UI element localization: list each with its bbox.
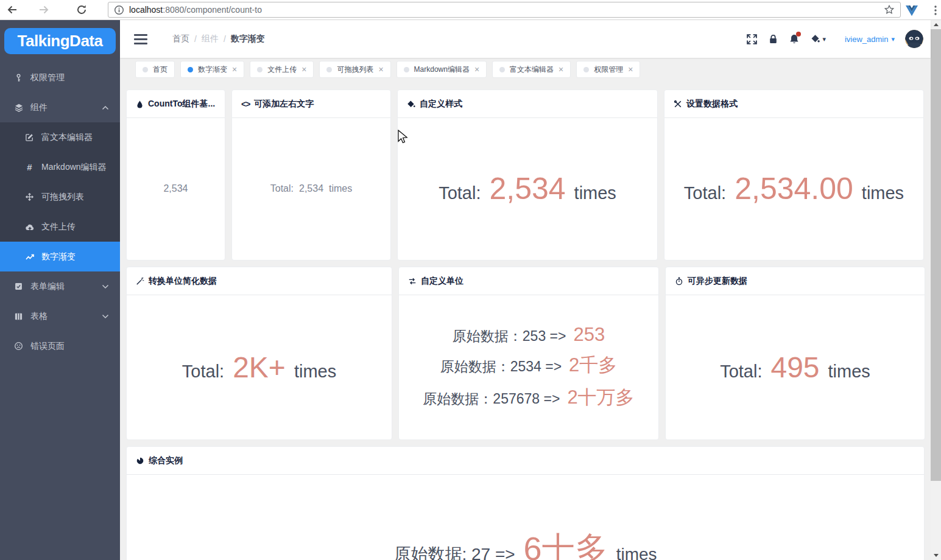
browser-menu-icon[interactable]: [930, 4, 941, 16]
card-countto-async: 可异步更新数据 Total: 495 times: [665, 267, 925, 440]
card-title: 自定义样式: [420, 99, 462, 110]
breadcrumb-separator: /: [224, 34, 226, 44]
lock-icon[interactable]: [768, 33, 778, 44]
sidebar-item-label: 数字渐变: [41, 251, 76, 262]
browser-forward-button[interactable]: [38, 4, 50, 16]
sidebar-item-components[interactable]: 组件: [0, 93, 120, 122]
card-countto-format: 设置数据格式 Total: 2,534.00 times: [664, 89, 924, 261]
tag-rich-text-editor[interactable]: 富文本编辑器 ×: [492, 61, 571, 78]
compose-icon: [24, 133, 35, 142]
scroll-down-arrow[interactable]: [931, 551, 941, 560]
card-header: 可异步更新数据: [666, 267, 925, 295]
browser-back-button[interactable]: [6, 4, 18, 16]
sidebar-item-draggable-list[interactable]: 可拖拽列表: [0, 182, 120, 212]
key-icon: [13, 73, 24, 83]
sidebar-item-form-editor[interactable]: 表单编辑: [0, 271, 120, 301]
frown-face-icon: [13, 341, 24, 351]
card-title: CountTo组件基...: [148, 99, 215, 110]
tag-draggable-list[interactable]: 可拖拽列表 ×: [319, 61, 390, 78]
close-icon[interactable]: ×: [474, 65, 479, 74]
chevron-down-icon: ▾: [822, 35, 826, 43]
checkbox-icon: [13, 282, 24, 291]
sidebar-item-permissions[interactable]: 权限管理: [0, 63, 120, 93]
raw-data-label: 原始数据：257678 =>: [423, 390, 560, 408]
theme-switcher[interactable]: ▾: [810, 34, 826, 44]
tag-home[interactable]: 首页: [135, 61, 175, 78]
paint-bucket-icon: [407, 100, 415, 108]
close-icon[interactable]: ×: [559, 65, 563, 74]
page-info-icon[interactable]: [114, 5, 124, 15]
breadcrumb: 首页 / 组件 / 数字渐变: [172, 33, 265, 44]
tag-count-to[interactable]: 数字渐变 ×: [180, 61, 244, 78]
sidebar-item-error-pages[interactable]: 错误页面: [0, 331, 120, 361]
tag-dot-icon: [143, 67, 148, 72]
notification-bell-icon[interactable]: [789, 33, 800, 45]
browser-reload-button[interactable]: [76, 4, 88, 16]
tag-label: 可拖拽列表: [337, 65, 373, 75]
count-prefix: Total:: [270, 183, 294, 194]
count-suffix: times: [616, 545, 657, 560]
card-header: 自定义样式: [398, 90, 657, 118]
sidebar-item-file-upload[interactable]: 文件上传: [0, 212, 120, 242]
close-icon[interactable]: ×: [628, 65, 633, 74]
chevron-down-icon: [102, 284, 109, 289]
close-icon[interactable]: ×: [301, 65, 306, 74]
sidebar-item-label: 表单编辑: [30, 281, 65, 292]
page-scrollbar[interactable]: [931, 20, 941, 560]
scroll-up-arrow[interactable]: [931, 20, 941, 29]
tag-permissions[interactable]: 权限管理 ×: [576, 61, 640, 78]
count-value: 2,534: [163, 183, 188, 194]
count-line: Total: 2,534.00 times: [684, 171, 904, 206]
sidebar-item-count-to[interactable]: 数字渐变: [0, 242, 120, 271]
converted-value: 2千多: [569, 352, 617, 378]
scrollbar-thumb[interactable]: [931, 29, 941, 481]
app-logo[interactable]: TalkingData: [4, 28, 116, 54]
tools-icon: [674, 100, 682, 108]
sidebar-item-tables[interactable]: 表格: [0, 301, 120, 331]
count-prefix: Total:: [720, 362, 762, 382]
count-value: 2,534: [299, 183, 323, 194]
breadcrumb-components[interactable]: 组件: [202, 33, 219, 44]
count-prefix: Total:: [439, 183, 481, 203]
chevron-down-icon: ▾: [891, 35, 895, 43]
user-menu[interactable]: iview_admin ▾: [845, 35, 895, 44]
card-countto-unit: 自定义单位 原始数据：253 => 253 原始数据：2534 => 2千多: [398, 267, 659, 440]
sidebar-item-label: 权限管理: [30, 72, 65, 83]
close-icon[interactable]: ×: [232, 65, 237, 74]
move-icon: [24, 192, 35, 201]
tag-dot-icon: [257, 67, 263, 72]
sidebar-item-rich-text-editor[interactable]: 富文本编辑器: [0, 122, 120, 152]
card-header: 自定义单位: [399, 267, 658, 295]
count-line: Total: 2,534 times: [439, 171, 616, 206]
sidebar-item-markdown-editor[interactable]: # Markdown编辑器: [0, 152, 120, 182]
unit-example-row: 原始数据：2534 => 2千多: [423, 352, 634, 378]
breadcrumb-home[interactable]: 首页: [172, 33, 189, 44]
sidebar: TalkingData 权限管理 组件: [0, 20, 120, 560]
avatar[interactable]: [905, 30, 923, 48]
bookmark-star-icon[interactable]: [884, 4, 895, 15]
tag-markdown-editor[interactable]: Markdown编辑器 ×: [396, 61, 487, 78]
tag-file-upload[interactable]: 文件上传 ×: [250, 61, 314, 78]
app-header: 首页 / 组件 / 数字渐变: [120, 20, 931, 58]
water-drop-icon: [136, 100, 144, 108]
table-icon: [13, 312, 24, 321]
card-countto-combined: 综合实例 原始数据: 27 => 6十多 times: [126, 446, 925, 560]
vue-devtools-icon[interactable]: [905, 5, 918, 16]
fullscreen-icon[interactable]: [746, 33, 758, 45]
browser-toolbar: localhost:8080/component/count-to: [0, 0, 941, 20]
unit-example-row: 原始数据：253 => 253: [423, 324, 634, 346]
url-bar[interactable]: localhost:8080/component/count-to: [108, 2, 901, 18]
count-suffix: times: [574, 183, 616, 203]
tag-label: 数字渐变: [198, 65, 227, 75]
raw-data-label: 原始数据：253 =>: [453, 327, 566, 346]
sidebar-toggle-icon[interactable]: [134, 34, 147, 44]
sidebar-item-label: 富文本编辑器: [41, 132, 93, 143]
count-value: 495: [770, 351, 819, 384]
sidebar-item-label: 组件: [30, 102, 48, 113]
close-icon[interactable]: ×: [378, 65, 383, 74]
card-title: 转换单位简化数据: [149, 276, 217, 287]
raw-data-label: 原始数据: 27 =>: [393, 543, 515, 560]
count-suffix: times: [828, 362, 870, 382]
card-header: CountTo组件基...: [127, 90, 225, 118]
card-header: <> 可添加左右文字: [232, 90, 390, 118]
